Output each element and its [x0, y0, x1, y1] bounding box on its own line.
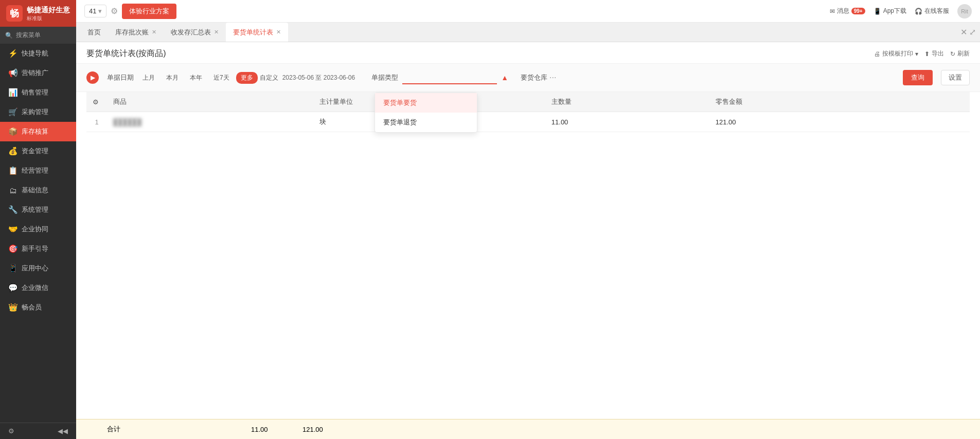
- tab-expand-icon[interactable]: ⤢: [969, 27, 976, 37]
- filter-bar: ▶ 单据日期 上月 本月 本年 近7天 更多 自定义 2023-05-06 至 …: [76, 64, 980, 92]
- sidebar-item-app-center[interactable]: 📱 应用中心: [0, 259, 76, 278]
- dropdown-item-order-goods[interactable]: 要货单要货: [375, 93, 477, 113]
- print-btn[interactable]: 🖨 按模板打印 ▾: [874, 49, 918, 58]
- cell-num: 1: [86, 112, 107, 132]
- app-download-btn[interactable]: 📱 App下载: [874, 7, 906, 15]
- th-amount: 零售金额: [709, 92, 907, 112]
- sidebar-item-finance[interactable]: 💰 资金管理: [0, 141, 76, 161]
- dropdown-item-order-return[interactable]: 要货单退货: [375, 113, 477, 132]
- type-filter-group: 单据类型 ▲: [371, 71, 508, 84]
- wechat-icon: 💬: [8, 283, 17, 292]
- sidebar-item-system[interactable]: 🔧 系统管理: [0, 200, 76, 220]
- sidebar-item-label: 销售管理: [22, 88, 48, 97]
- type-filter-input[interactable]: [402, 71, 497, 84]
- export-label: 导出: [932, 49, 944, 58]
- type-filter-label: 单据类型: [371, 73, 398, 82]
- store-chevron-icon: ▾: [98, 7, 102, 15]
- sidebar: 畅 畅捷通好生意 标准版 🔍 搜索菜单 ◀ ⚡ 快捷导航 📢 营销推广 📊 销售…: [0, 0, 76, 439]
- sidebar-item-operations[interactable]: 📋 经营管理: [0, 161, 76, 180]
- sidebar-item-label: 采购管理: [22, 107, 48, 117]
- column-settings-icon[interactable]: ⚙: [93, 98, 99, 106]
- message-badge: 99+: [851, 8, 865, 14]
- sidebar-item-basic[interactable]: 🗂 基础信息: [0, 180, 76, 200]
- sidebar-item-label: 新手引导: [22, 244, 48, 253]
- top-bar-left: 41 ▾ ⚙ 体验行业方案: [84, 4, 824, 19]
- sidebar-settings-icon[interactable]: ⚙: [8, 427, 14, 435]
- sidebar-item-wechat[interactable]: 💬 企业微信: [0, 278, 76, 298]
- avatar-placeholder: Rit: [961, 8, 968, 14]
- sidebar-item-quick-nav[interactable]: ⚡ 快捷导航: [0, 44, 76, 63]
- sidebar-item-label: 畅会员: [22, 303, 42, 312]
- sidebar-item-label: 基础信息: [22, 186, 48, 195]
- tab-order-stat[interactable]: 要货单统计表 ✕: [226, 23, 288, 42]
- message-btn[interactable]: ✉ 消息 99+: [830, 7, 865, 15]
- main-area: 41 ▾ ⚙ 体验行业方案 ✉ 消息 99+ 📱 App下载 🎧 在线客服 Ri…: [76, 0, 980, 439]
- tab-home-label: 首页: [87, 28, 101, 37]
- sidebar-item-guide[interactable]: 🎯 新手引导: [0, 239, 76, 259]
- this-month-btn[interactable]: 本月: [162, 71, 183, 84]
- sidebar-item-label: 系统管理: [22, 205, 48, 214]
- online-service-label: 在线客服: [924, 7, 949, 15]
- sidebar-item-label: 库存核算: [22, 127, 48, 136]
- sidebar-collapse-icon[interactable]: ◀◀: [58, 427, 68, 435]
- sidebar-item-marketing[interactable]: 📢 营销推广: [0, 63, 76, 83]
- filter-expand-btn[interactable]: ▶: [86, 71, 99, 84]
- product-name-blurred: ██████: [113, 118, 141, 126]
- sidebar-item-member[interactable]: 👑 畅会员: [0, 298, 76, 317]
- tab-close-all-icon[interactable]: ✕: [960, 27, 967, 37]
- app-logo: 畅: [6, 5, 23, 22]
- settings-row-btn[interactable]: 设置: [941, 70, 970, 85]
- data-table: ⚙ 商品 主计量单位 主数量 零售金额 1 ██████: [86, 92, 970, 132]
- sidebar-item-enterprise[interactable]: 🤝 企业协同: [0, 220, 76, 239]
- query-btn[interactable]: 查询: [903, 70, 933, 85]
- table-header-row: ⚙ 商品 主计量单位 主数量 零售金额: [86, 92, 970, 112]
- table-row: 1 ██████ 块 11.00 121.00: [86, 112, 970, 132]
- app-title: 畅捷通好生意 标准版: [27, 5, 70, 21]
- sales-icon: 📊: [8, 88, 17, 97]
- search-label: 搜索菜单: [16, 31, 41, 40]
- refresh-btn[interactable]: ↻ 刷新: [950, 49, 970, 58]
- sidebar-search[interactable]: 🔍 搜索菜单: [0, 27, 76, 44]
- this-year-btn[interactable]: 本年: [185, 71, 207, 84]
- tab-receive[interactable]: 收发存汇总表 ✕: [164, 23, 226, 42]
- export-btn[interactable]: ⬆ 导出: [924, 49, 944, 58]
- download-icon: 📱: [874, 8, 881, 15]
- tab-batch[interactable]: 库存批次账 ✕: [108, 23, 164, 42]
- last-month-btn[interactable]: 上月: [138, 71, 159, 84]
- tab-batch-close[interactable]: ✕: [152, 29, 156, 35]
- table-header: ⚙ 商品 主计量单位 主数量 零售金额: [86, 92, 970, 112]
- operations-icon: 📋: [8, 166, 17, 175]
- sidebar-item-inventory[interactable]: 📦 库存核算: [0, 122, 76, 141]
- topbar-settings-icon[interactable]: ⚙: [111, 6, 118, 16]
- cell-product: ██████: [107, 112, 313, 132]
- sidebar-item-label: 应用中心: [22, 264, 48, 273]
- store-selector[interactable]: 41 ▾: [84, 5, 106, 17]
- marketing-icon: 📢: [8, 68, 17, 78]
- more-dates-btn[interactable]: 更多: [236, 72, 258, 84]
- sidebar-item-label: 资金管理: [22, 147, 48, 156]
- tab-receive-close[interactable]: ✕: [214, 29, 219, 35]
- warehouse-filter-label: 要货仓库: [521, 73, 547, 82]
- trial-btn[interactable]: 体验行业方案: [122, 4, 176, 19]
- user-avatar[interactable]: Rit: [957, 4, 972, 19]
- guide-icon: 🎯: [8, 244, 17, 253]
- system-icon: 🔧: [8, 205, 17, 214]
- online-service-btn[interactable]: 🎧 在线客服: [915, 7, 949, 15]
- warehouse-more-icon[interactable]: ···: [549, 73, 556, 82]
- type-filter-arrow-icon[interactable]: ▲: [501, 74, 508, 82]
- tab-receive-label: 收发存汇总表: [171, 28, 211, 37]
- tab-bar: 首页 库存批次账 ✕ 收发存汇总表 ✕ 要货单统计表 ✕ ✕ ⤢: [76, 23, 980, 42]
- date-filter-label: 单据日期: [107, 73, 134, 82]
- custom-date-btn[interactable]: 自定义: [260, 74, 278, 82]
- refresh-label: 刷新: [957, 49, 970, 58]
- tab-home[interactable]: 首页: [80, 23, 108, 42]
- tab-order-stat-close[interactable]: ✕: [276, 29, 281, 35]
- sidebar-item-label: 营销推广: [22, 68, 48, 78]
- last-7-days-btn[interactable]: 近7天: [209, 71, 234, 84]
- sidebar-item-sales[interactable]: 📊 销售管理: [0, 83, 76, 102]
- finance-icon: 💰: [8, 147, 17, 156]
- sidebar-header: 畅 畅捷通好生意 标准版: [0, 0, 76, 27]
- th-settings[interactable]: ⚙: [86, 92, 107, 112]
- sidebar-item-purchase[interactable]: 🛒 采购管理: [0, 102, 76, 122]
- service-icon: 🎧: [915, 8, 922, 15]
